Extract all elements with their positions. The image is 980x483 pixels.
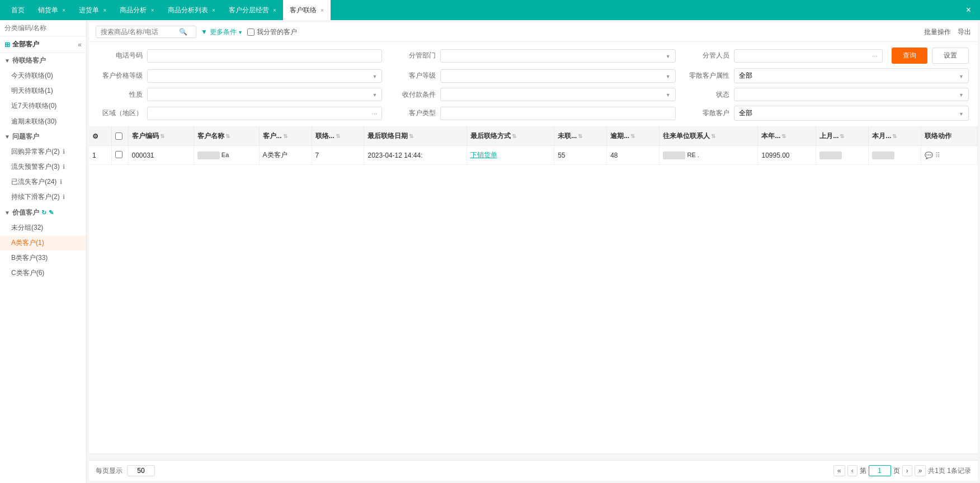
th-code[interactable]: 客户编码 ⇅ xyxy=(128,127,194,146)
filter-customer-type-input[interactable] xyxy=(440,107,675,120)
filter-region-dots[interactable]: ··· xyxy=(147,107,382,120)
th-last-contact-method[interactable]: 最后联络方式 ⇅ xyxy=(467,127,554,146)
sidebar-search-input[interactable] xyxy=(4,24,87,32)
filter-row-scatter: 零散客户 全部 xyxy=(685,106,969,121)
payment-chevron xyxy=(666,91,671,98)
close-tab-customer-mgmt[interactable]: × xyxy=(273,7,276,13)
nav-home[interactable]: 首页 xyxy=(4,0,31,20)
per-page-input[interactable] xyxy=(127,465,155,476)
th-this-month[interactable]: 本月... ⇅ xyxy=(869,127,921,146)
filter-manager-dots[interactable]: ··· xyxy=(734,49,883,63)
th-last-month[interactable]: 上月... ⇅ xyxy=(816,127,869,146)
nav-tab-purchase[interactable]: 进货单 × xyxy=(72,0,113,20)
table-container: ⚙ 客户编码 ⇅ 客户名称 xyxy=(89,127,978,453)
sidebar-item-churn-warning[interactable]: 流失预警客户(3) ℹ xyxy=(0,159,86,174)
sort-contact-count-icon: ⇅ xyxy=(336,133,340,139)
refresh-value-icon[interactable]: ↻ xyxy=(41,209,46,216)
th-not-contacted[interactable]: 未联... ⇅ xyxy=(554,127,607,146)
sidebar-item-class-c[interactable]: C类客户(6) xyxy=(0,266,86,281)
filter-payment-select[interactable] xyxy=(440,88,675,101)
nav-tab-analysis-list[interactable]: 商品分析列表 × xyxy=(161,0,222,20)
th-type[interactable]: 客户... ⇅ xyxy=(259,127,312,146)
filter-nature-select[interactable] xyxy=(147,88,382,101)
th-contact-count[interactable]: 联络... ⇅ xyxy=(312,127,364,146)
close-all-tabs[interactable]: × xyxy=(962,5,976,15)
last-method-link[interactable]: 下销货单 xyxy=(470,151,497,159)
export-btn[interactable]: 导出 xyxy=(958,27,971,37)
sidebar-item-7days[interactable]: 近7天待联络(0) xyxy=(0,98,86,113)
customer-name-masked xyxy=(197,151,220,159)
close-tab-customer-contact[interactable]: × xyxy=(321,7,324,13)
info-icon-4: ℹ xyxy=(63,193,65,200)
filter-row-phone: 电话号码 xyxy=(98,48,382,64)
td-this-month xyxy=(869,146,921,165)
sidebar-group-pending-title[interactable]: ▼ 待联络客户 xyxy=(0,53,86,68)
sidebar-item-tomorrow[interactable]: 明天待联络(1) xyxy=(0,83,86,98)
qr-action-icon[interactable]: ⠿ xyxy=(935,151,940,159)
close-tab-sales[interactable]: × xyxy=(62,7,65,13)
arrow-value: ▼ xyxy=(4,210,10,216)
sidebar-item-repurchase-abnormal[interactable]: 回购异常客户(2) ℹ xyxy=(0,144,86,159)
th-this-year[interactable]: 本年... ⇅ xyxy=(758,127,816,146)
filter-phone-input[interactable] xyxy=(147,49,382,63)
th-settings[interactable]: ⚙ xyxy=(89,127,111,146)
my-customers-checkbox[interactable] xyxy=(247,29,255,36)
nav-tab-customer-contact[interactable]: 客户联络 × xyxy=(283,0,331,20)
filter-row-price-level: 客户价格等级 xyxy=(98,68,382,83)
edit-value-icon[interactable]: ✎ xyxy=(49,209,54,216)
setting-button[interactable]: 设置 xyxy=(932,48,969,64)
sidebar-group-value-title[interactable]: ▼ 价值客户 ↻ ✎ xyxy=(0,205,86,220)
next-page-btn[interactable]: › xyxy=(902,465,912,476)
filter-label-region: 区域（地区） xyxy=(98,108,143,118)
select-all-checkbox[interactable] xyxy=(115,132,123,140)
filter-more-conditions[interactable]: ▼ 更多条件 xyxy=(201,27,243,37)
nav-tab-analysis[interactable]: 商品分析 × xyxy=(113,0,161,20)
row-checkbox[interactable] xyxy=(115,151,123,158)
sidebar-item-today[interactable]: 今天待联络(0) xyxy=(0,68,86,83)
close-tab-analysis[interactable]: × xyxy=(151,7,154,13)
first-page-btn[interactable]: « xyxy=(833,465,845,476)
filter-row-dept: 分管部门 xyxy=(391,48,675,64)
top-nav: 首页 销货单 × 进货单 × 商品分析 × 商品分析列表 × 客户分层经营 × … xyxy=(0,0,980,20)
filter-scatter-attr-select[interactable]: 全部 xyxy=(734,68,969,83)
nav-tab-sales[interactable]: 销货单 × xyxy=(31,0,72,20)
sidebar-item-churned[interactable]: 已流失客户(24) ℹ xyxy=(0,174,86,190)
filter-customer-level-select[interactable] xyxy=(440,69,675,83)
filter-price-level-select[interactable] xyxy=(147,69,382,83)
filter-search-icon[interactable]: 🔍 xyxy=(179,28,187,36)
th-checkbox[interactable] xyxy=(111,127,128,146)
advanced-filter: 电话号码 分管部门 分管人员 ··· 查询 设置 客户价格等级 xyxy=(89,42,978,127)
last-page-btn[interactable]: » xyxy=(915,465,926,476)
horizontal-scrollbar[interactable] xyxy=(89,453,978,460)
filter-dept-select[interactable] xyxy=(440,49,675,63)
sidebar-item-overdue[interactable]: 逾期未联络(30) xyxy=(0,114,86,129)
td-last-method[interactable]: 下销货单 xyxy=(467,146,554,165)
nav-tab-customer-mgmt[interactable]: 客户分层经营 × xyxy=(222,0,283,20)
sidebar-item-ungrouped[interactable]: 未分组(32) xyxy=(0,220,86,235)
query-button[interactable]: 查询 xyxy=(892,48,927,64)
filter-search-input[interactable] xyxy=(101,28,179,36)
td-checkbox[interactable] xyxy=(111,146,128,165)
td-contacts: RE . xyxy=(659,146,758,165)
filter-scatter-select[interactable]: 全部 xyxy=(734,106,969,121)
th-contacts[interactable]: 往来单位联系人 ⇅ xyxy=(659,127,758,146)
pagination: « ‹ 第 页 › » 共1页 1条记录 xyxy=(833,465,971,476)
filter-status-select[interactable] xyxy=(734,88,969,101)
sidebar-all-customers[interactable]: ⊞ 全部客户 « xyxy=(0,36,86,53)
filter-my-customers-check[interactable]: 我分管的客户 xyxy=(247,27,297,37)
prev-page-btn[interactable]: ‹ xyxy=(847,465,858,476)
batch-op-btn[interactable]: 批量操作 xyxy=(924,27,951,37)
filter-row-status: 状态 xyxy=(685,88,969,101)
sidebar-item-class-b[interactable]: B类客户(33) xyxy=(0,250,86,266)
th-name[interactable]: 客户名称 ⇅ xyxy=(194,127,259,146)
sidebar-item-class-a[interactable]: A类客户(1) xyxy=(0,235,86,250)
th-overdue[interactable]: 逾期... ⇅ xyxy=(607,127,659,146)
close-tab-analysis-list[interactable]: × xyxy=(212,7,215,13)
sidebar-group-problem-title[interactable]: ▼ 问题客户 xyxy=(0,129,86,144)
current-page-input[interactable] xyxy=(869,465,891,476)
th-last-contact-date[interactable]: 最后联络日期 ⇅ xyxy=(364,127,467,146)
chat-action-icon[interactable]: 💬 xyxy=(925,151,933,159)
sidebar-item-declining[interactable]: 持续下滑客户(2) ℹ xyxy=(0,190,86,205)
sidebar-collapse-btn[interactable]: « xyxy=(78,41,82,49)
close-tab-purchase[interactable]: × xyxy=(103,7,107,13)
